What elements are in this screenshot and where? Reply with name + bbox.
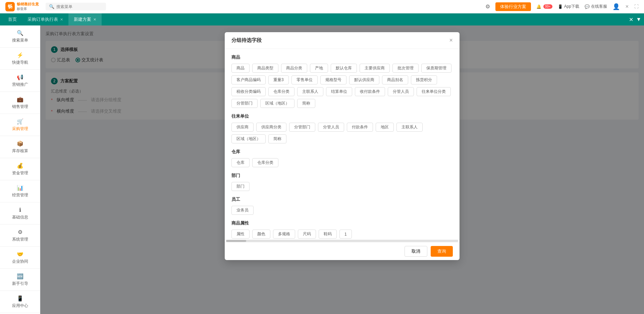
- tag-region-goods[interactable]: 区域（地区）: [260, 99, 294, 108]
- logo-tagline: 畅销靠好生意: [17, 2, 39, 7]
- tag-warehouse-class[interactable]: 仓库分类: [252, 158, 278, 167]
- sidebar-item-inventory[interactable]: 📦 库存核算: [0, 136, 40, 158]
- section-employee-tags: 业务员: [231, 206, 453, 215]
- sidebar-item-system[interactable]: ⚙ 系统管理: [0, 225, 40, 247]
- section-department-title: 部门: [231, 173, 453, 179]
- notification-area[interactable]: 🔔 99+: [536, 4, 552, 9]
- tag-supplier[interactable]: 供应商: [231, 123, 254, 132]
- tag-goods[interactable]: 商品: [231, 64, 250, 73]
- tag-shelf-life[interactable]: 保质期管理: [421, 64, 451, 73]
- tag-multi-spec[interactable]: 多规格: [273, 230, 295, 239]
- service-icon: 💬: [585, 4, 590, 9]
- section-goods-tags: 商品 商品类型 商品分类 产地 默认仓库 主要供应商 批次管理 保质期管理 客户…: [231, 64, 453, 108]
- tag-batch-mgmt[interactable]: 批次管理: [392, 64, 419, 73]
- sidebar-item-cooperation[interactable]: 🤝 企业协同: [0, 247, 40, 269]
- modal-horizontal-scrollbar[interactable]: [225, 239, 460, 242]
- section-goods-attr-tags: 属性 颜色 多规格 尺码 鞋码 1: [231, 230, 453, 239]
- tabs-close-all[interactable]: ✕: [629, 16, 633, 23]
- tab-purchase-order[interactable]: 采购订单执行表 ✕: [22, 13, 68, 25]
- sidebar-item-purchase[interactable]: 🛒 采购管理: [0, 114, 40, 136]
- system-icon: ⚙: [17, 229, 23, 235]
- tag-warehouse-category[interactable]: 仓库分类: [268, 87, 294, 96]
- finance-icon: 💰: [17, 162, 23, 169]
- tab-close-purchase[interactable]: ✕: [60, 17, 63, 22]
- tag-supplier-category[interactable]: 供应商分类: [256, 123, 286, 132]
- notification-icon: 🔔: [536, 4, 541, 9]
- tag-weight3[interactable]: 重量3: [268, 75, 289, 84]
- sidebar-item-operations[interactable]: 📊 经营管理: [0, 180, 40, 202]
- app-download[interactable]: 📱 App下载: [558, 4, 579, 9]
- tag-settlement-unit[interactable]: 结算单位: [326, 87, 352, 96]
- tag-origin[interactable]: 产地: [310, 64, 328, 73]
- download-icon: 📱: [558, 4, 563, 9]
- tag-department[interactable]: 部门: [231, 182, 250, 191]
- tag-goods-type[interactable]: 商品类型: [252, 64, 278, 73]
- tag-warehouse[interactable]: 仓库: [231, 158, 250, 167]
- tag-dept-managed-counterpart[interactable]: 分管部门: [289, 123, 315, 132]
- tag-size[interactable]: 尺码: [298, 230, 316, 239]
- tag-pick-points[interactable]: 拣货积分: [411, 75, 437, 84]
- tag-shoe-size[interactable]: 鞋码: [319, 230, 337, 239]
- tag-spec-model[interactable]: 规格型号: [320, 75, 346, 84]
- tab-close-new-plan[interactable]: ✕: [93, 17, 96, 22]
- tag-color[interactable]: 颜色: [252, 230, 270, 239]
- tag-default-supplier[interactable]: 默认供应商: [349, 75, 379, 84]
- section-counterpart-tags: 供应商 供应商分类 分管部门 分管人员 付款条件 地区 主联系人 区域（地区） …: [231, 123, 453, 143]
- header-close-icon[interactable]: ✕: [625, 4, 629, 9]
- tag-goods-alias[interactable]: 商品别名: [382, 75, 408, 84]
- sidebar-item-marketing[interactable]: 📢 营销推广: [0, 70, 40, 92]
- tag-area-counterpart[interactable]: 区域（地区）: [231, 134, 266, 143]
- confirm-button[interactable]: 查询: [431, 246, 453, 257]
- sidebar-item-guide[interactable]: 🆕 新手引导: [0, 269, 40, 291]
- modal-title: 分组待选字段: [231, 37, 262, 44]
- section-department-tags: 部门: [231, 182, 453, 191]
- tag-property[interactable]: 属性: [231, 230, 250, 239]
- tag-region-counterpart[interactable]: 地区: [376, 123, 394, 132]
- tag-attr-1[interactable]: 1: [339, 230, 352, 239]
- tag-main-contact[interactable]: 主联系人: [297, 87, 323, 96]
- layout: 🔍 搜索菜单 ⚡ 快捷导航 📢 营销推广 💼 销售管理 🛒 采购管理 📦 库存核…: [0, 25, 644, 314]
- search-bar[interactable]: 🔍: [46, 3, 106, 10]
- tag-short-name-goods[interactable]: 简称: [297, 99, 315, 108]
- sidebar-item-appcenter[interactable]: 📱 应用中心: [0, 291, 40, 313]
- field-selection-modal: 分组待选字段 × 商品 商品 商品类型 商品分类 产地 默认仓库 主要供应商: [225, 32, 460, 260]
- tag-supervisor[interactable]: 分管人员: [388, 87, 414, 96]
- operations-icon: 📊: [17, 184, 23, 191]
- tag-default-warehouse[interactable]: 默认仓库: [331, 64, 357, 73]
- logo-area: 畅 畅销靠好生意 标音库: [5, 2, 46, 11]
- sidebar-item-basics[interactable]: ℹ 基础信息: [0, 202, 40, 225]
- sidebar-item-quicknav[interactable]: ⚡ 快捷导航: [0, 48, 40, 70]
- sidebar-item-finance[interactable]: 💰 资金管理: [0, 158, 40, 180]
- tag-payment-condition[interactable]: 付款条件: [347, 123, 373, 132]
- tab-new-plan[interactable]: 新建方案 ✕: [68, 13, 102, 25]
- sidebar-item-search[interactable]: 🔍 搜索菜单: [0, 25, 40, 48]
- cancel-button[interactable]: 取消: [405, 246, 427, 257]
- modal-footer: 取消 查询: [225, 242, 460, 260]
- online-service[interactable]: 💬 在线客服: [585, 4, 607, 9]
- section-goods-attr: 商品属性 属性 颜色 多规格 尺码 鞋码 1: [231, 220, 453, 239]
- main-content: 采购订单执行表方案设置 1 选择模板 汇总表 交叉统计表: [40, 25, 644, 314]
- tag-short-name-counterpart[interactable]: 简称: [268, 134, 286, 143]
- tag-tax-code[interactable]: 税收分类编码: [231, 87, 266, 96]
- search-input[interactable]: [56, 4, 90, 9]
- modal-body[interactable]: 商品 商品 商品类型 商品分类 产地 默认仓库 主要供应商 批次管理 保质期管理…: [225, 49, 460, 239]
- tag-goods-category[interactable]: 商品分类: [281, 64, 307, 73]
- modal-close-button[interactable]: ×: [449, 37, 453, 44]
- tag-salesperson[interactable]: 业务员: [231, 206, 254, 215]
- tag-retail-unit[interactable]: 零售单位: [291, 75, 318, 84]
- sidebar-item-sales[interactable]: 💼 销售管理: [0, 92, 40, 114]
- tag-main-contact-counterpart[interactable]: 主联系人: [396, 123, 423, 132]
- tag-payment-terms[interactable]: 收付款条件: [355, 87, 385, 96]
- tabs-menu[interactable]: ▼: [636, 16, 641, 22]
- tab-home[interactable]: 首页: [3, 13, 22, 25]
- tag-dept-managed[interactable]: 分管部门: [231, 99, 258, 108]
- gear-icon[interactable]: ⚙: [485, 3, 490, 10]
- user-avatar[interactable]: 👤: [612, 3, 620, 10]
- tag-counterpart-category[interactable]: 往来单位分类: [417, 87, 451, 96]
- tag-main-supplier[interactable]: 主要供应商: [360, 64, 390, 73]
- tag-supervisor-counterpart[interactable]: 分管人员: [318, 123, 344, 132]
- header-expand-icon[interactable]: ⛶: [634, 4, 639, 9]
- experience-btn[interactable]: 体验行业方案: [495, 2, 531, 11]
- search-icon: 🔍: [49, 4, 54, 9]
- tag-customer-goods-code[interactable]: 客户商品编码: [231, 75, 266, 84]
